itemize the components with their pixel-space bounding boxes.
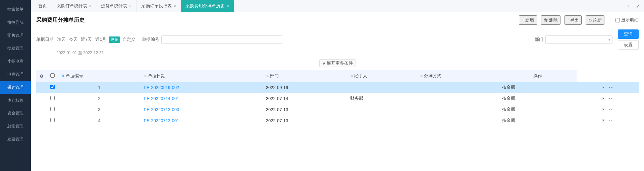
settings-button[interactable]: 设置 — [618, 40, 639, 50]
tab-window-actions: × ⤢ — [626, 3, 641, 9]
row1-handler — [417, 82, 499, 93]
row3-gear — [36, 104, 47, 115]
tab-cost-split-history[interactable]: 采购费用分摊单历史 × — [181, 0, 234, 12]
date-opt-today[interactable]: 今天 — [68, 36, 78, 43]
sidebar-item-miniapp[interactable]: 小畅电商 — [0, 55, 31, 68]
row2-checkbox[interactable] — [50, 96, 55, 100]
refresh-button[interactable]: ↻ 刷新 — [586, 15, 604, 25]
dept-filter-input[interactable] — [545, 35, 612, 44]
table-row: 1 PE-20220919-002 2022-09-19 按金额 ⊡ ⋯ — [36, 82, 639, 93]
th-gear[interactable]: ⚙ — [36, 70, 47, 82]
sidebar-item-inventory[interactable]: 库存核算 — [0, 94, 31, 107]
row4-split-method: 按金额 — [499, 115, 577, 126]
row2-more-icon[interactable]: ⋯ — [609, 95, 614, 101]
docno-filter-label: 单据编号 — [142, 36, 159, 42]
sidebar-item-search[interactable]: 搜索菜单 — [0, 3, 31, 16]
tab-close-purchase-order-stats[interactable]: × — [89, 4, 91, 8]
display-toggle-checkbox[interactable] — [615, 18, 620, 22]
refresh-icon: ↻ — [588, 18, 592, 23]
tab-purchase-order-exec[interactable]: 采购订单执行表 × — [137, 0, 181, 12]
row1-num: 1 — [58, 82, 141, 93]
sidebar-item-finance[interactable]: 资金管理 — [0, 106, 31, 119]
row1-checkbox-cell[interactable] — [47, 82, 58, 93]
tab-close-inbound-stats[interactable]: × — [129, 4, 131, 8]
delete-button[interactable]: 🗑 删除 — [541, 15, 560, 25]
date-opt-custom[interactable]: 自定义 — [121, 36, 137, 43]
row4-num: 4 — [58, 115, 141, 126]
sidebar-item-invoice[interactable]: 发票管理 — [0, 133, 31, 146]
filter-docno-group: 单据编号 — [142, 35, 529, 44]
row3-checkbox[interactable] — [50, 107, 55, 111]
th-split-method[interactable]: ⇅ 分摊方式 — [417, 70, 499, 82]
th-handler[interactable]: ⇅ 经手人 — [347, 70, 417, 82]
tab-home[interactable]: 首页 — [34, 0, 52, 12]
th-doc-no-sort-icon: ⇅ — [61, 74, 64, 78]
header-actions: + 新增 🗑 删除 ↑ 导出 ↻ 刷新 显示明细 — [519, 15, 639, 25]
sidebar-item-wholesale[interactable]: 批发管理 — [0, 41, 31, 55]
row1-checkbox[interactable] — [50, 85, 55, 89]
row1-dept — [347, 82, 417, 93]
row2-checkbox-cell[interactable] — [47, 93, 58, 104]
date-opt-1month[interactable]: 近1月 — [94, 36, 107, 43]
tab-close-cost-split-history[interactable]: × — [227, 4, 229, 8]
row1-more-icon[interactable]: ⋯ — [609, 84, 614, 90]
row2-operations: ⊡ ⋯ — [577, 93, 639, 104]
date-opt-yesterday[interactable]: 昨天 — [56, 36, 66, 43]
row3-num: 3 — [58, 104, 141, 115]
window-maximize-button[interactable]: ⤢ — [635, 3, 641, 9]
sidebar-item-shortcut[interactable]: 快捷导航 — [0, 16, 31, 29]
row2-doc-no[interactable]: PE-20220714-001 — [141, 93, 263, 104]
sidebar-item-purchase[interactable]: 采购管理 — [0, 81, 31, 94]
th-split-sort-icon: ⇅ — [420, 74, 423, 78]
export-button[interactable]: ↑ 导出 — [565, 15, 582, 25]
row2-doc-date: 2022-07-14 — [263, 93, 347, 104]
row2-edit-icon[interactable]: ⊡ — [601, 95, 606, 101]
row3-doc-no[interactable]: PE-20220713-003 — [141, 104, 263, 115]
row3-more-icon[interactable]: ⋯ — [609, 106, 614, 112]
th-checkbox[interactable] — [47, 70, 58, 82]
row4-edit-icon[interactable]: ⊡ — [601, 117, 606, 123]
filter-row: 单据日期 昨天 今天 近7天 近1月 更多 自定义 单据编号 — [36, 29, 639, 50]
row4-checkbox[interactable] — [50, 118, 55, 122]
row4-more-icon[interactable]: ⋯ — [609, 117, 614, 123]
main-content: 首页 采购订单统计表 × 进货单统计表 × 采购订单执行表 × 采购费用分摊单历… — [31, 0, 644, 171]
th-dept[interactable]: ⇅ 部门 — [263, 70, 347, 82]
th-operation: 操作 — [499, 70, 577, 82]
row3-dept — [347, 104, 417, 115]
sidebar-item-accounting[interactable]: 总账管理 — [0, 119, 31, 133]
th-doc-no[interactable]: ⇅ 单据编号 — [58, 70, 141, 82]
sidebar-item-retail[interactable]: 零售管理 — [0, 29, 31, 42]
date-opt-more[interactable]: 更多 — [109, 36, 120, 43]
divider — [610, 17, 610, 23]
row4-checkbox-cell[interactable] — [47, 115, 58, 126]
row3-edit-icon[interactable]: ⊡ — [601, 106, 606, 112]
row1-doc-date: 2022-09-19 — [263, 82, 347, 93]
filter-dept-group: 部门 ▾ — [535, 35, 612, 44]
page-content: 采购费用分摊单历史 + 新增 🗑 删除 ↑ 导出 ↻ 刷新 显 — [31, 12, 644, 171]
add-button[interactable]: + 新增 — [519, 15, 537, 25]
query-button[interactable]: 查询 — [618, 29, 639, 39]
th-doc-date[interactable]: ⇅ 单据日期 — [141, 70, 263, 82]
row2-split-method: 按金额 — [499, 93, 577, 104]
window-close-button[interactable]: × — [626, 3, 631, 9]
row3-checkbox-cell[interactable] — [47, 104, 58, 115]
docno-filter-input[interactable] — [161, 35, 282, 44]
th-doc-date-sort-icon: ⇅ — [144, 74, 147, 78]
dept-filter-label: 部门 — [535, 36, 543, 42]
row4-doc-no[interactable]: PE-20220713-001 — [141, 115, 263, 126]
row1-gear — [36, 82, 47, 93]
date-opt-7days[interactable]: 近7天 — [80, 36, 93, 43]
row2-num: 2 — [58, 93, 141, 104]
expand-more-button[interactable]: ∨ 展开更多条件 — [319, 59, 356, 67]
tab-close-purchase-order-exec[interactable]: × — [174, 4, 176, 8]
row1-doc-no[interactable]: PE-20220919-002 — [141, 82, 263, 93]
row3-operations: ⊡ ⋯ — [577, 104, 639, 115]
filter-btns: 查询 设置 — [618, 29, 639, 50]
table-row: 3 PE-20220713-003 2022-07-13 按金额 ⊡ ⋯ — [36, 104, 639, 115]
tab-purchase-order-stats[interactable]: 采购订单统计表 × — [52, 0, 96, 12]
tab-inbound-stats[interactable]: 进货单统计表 × — [96, 0, 136, 12]
sidebar-item-ecommerce[interactable]: 电商管理 — [0, 68, 31, 81]
row1-edit-icon[interactable]: ⊡ — [601, 84, 606, 90]
select-all-checkbox[interactable] — [50, 73, 55, 78]
export-icon: ↑ — [567, 18, 570, 23]
